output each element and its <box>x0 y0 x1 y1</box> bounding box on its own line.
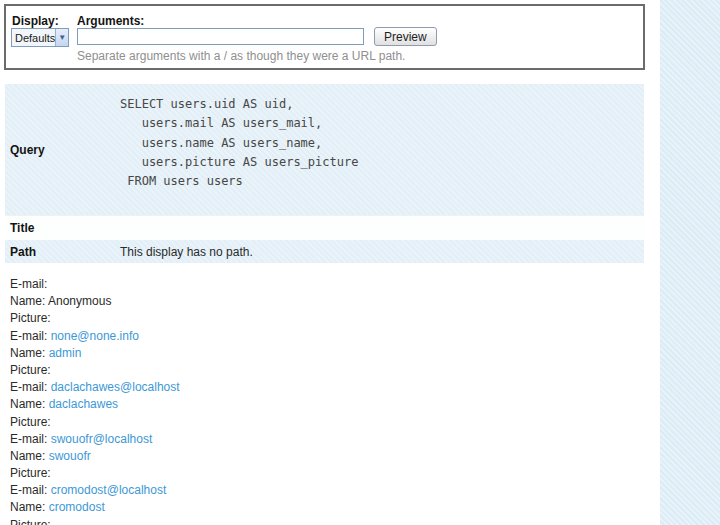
title-row-label: Title <box>5 216 120 240</box>
name-field-label: Name: <box>10 346 49 360</box>
email-value-link[interactable]: cromodost@localhost <box>51 483 167 497</box>
chevron-down-icon: ▼ <box>55 29 68 46</box>
name-value: Anonymous <box>48 294 111 308</box>
picture-field-label: Picture: <box>10 415 51 429</box>
arguments-label: Arguments: <box>77 14 144 28</box>
query-row: Query SELECT users.uid AS uid, users.mai… <box>5 84 644 215</box>
path-row: Path This display has no path. <box>5 240 644 263</box>
picture-field-label: Picture: <box>10 311 51 325</box>
field-name: Name: Anonymous <box>10 293 650 310</box>
field-name: Name: daclachawes <box>10 396 650 413</box>
views-row: E-mail: Name: AnonymousPicture: <box>10 276 650 328</box>
views-row: E-mail: daclachawes@localhostName: dacla… <box>10 379 650 431</box>
arguments-input[interactable] <box>77 28 364 45</box>
views-row: E-mail: cromodost@localhostName: cromodo… <box>10 482 650 525</box>
views-row: E-mail: swouofr@localhostName: swouofrPi… <box>10 431 650 483</box>
display-select-value: Defaults <box>12 32 55 44</box>
field-email: E-mail: cromodost@localhost <box>10 482 650 499</box>
picture-field-label: Picture: <box>10 466 51 480</box>
name-value-link[interactable]: swouofr <box>49 449 91 463</box>
field-picture: Picture: <box>10 310 650 327</box>
title-row-content <box>120 216 644 240</box>
field-picture: Picture: <box>10 465 650 482</box>
field-name: Name: swouofr <box>10 448 650 465</box>
display-label: Display: <box>12 14 59 28</box>
display-select[interactable]: Defaults ▼ <box>11 28 69 47</box>
query-sql-text: SELECT users.uid AS uid, users.mail AS u… <box>120 84 644 191</box>
field-picture: Picture: <box>10 362 650 379</box>
title-row: Title <box>5 215 644 240</box>
views-row: E-mail: none@none.infoName: adminPicture… <box>10 328 650 380</box>
field-email: E-mail: swouofr@localhost <box>10 431 650 448</box>
name-value-link[interactable]: admin <box>49 346 82 360</box>
field-picture: Picture: <box>10 517 650 525</box>
path-row-label: Path <box>5 240 120 263</box>
name-field-label: Name: <box>10 500 49 514</box>
path-row-content: This display has no path. <box>120 240 644 263</box>
picture-field-label: Picture: <box>10 518 51 525</box>
field-picture: Picture: <box>10 414 650 431</box>
arguments-help-text: Separate arguments with a / as though th… <box>77 49 405 63</box>
email-field-label: E-mail: <box>10 380 51 394</box>
field-name: Name: cromodost <box>10 499 650 516</box>
name-value-link[interactable]: cromodost <box>49 500 105 514</box>
preview-button[interactable]: Preview <box>374 27 437 46</box>
page-background-texture <box>660 0 720 525</box>
field-name: Name: admin <box>10 345 650 362</box>
field-email: E-mail: <box>10 276 650 293</box>
email-value-link[interactable]: none@none.info <box>51 329 139 343</box>
email-field-label: E-mail: <box>10 483 51 497</box>
picture-field-label: Picture: <box>10 363 51 377</box>
email-value-link[interactable]: daclachawes@localhost <box>51 380 180 394</box>
view-summary-table: Query SELECT users.uid AS uid, users.mai… <box>5 84 644 263</box>
email-field-label: E-mail: <box>10 329 51 343</box>
field-email: E-mail: daclachawes@localhost <box>10 379 650 396</box>
name-field-label: Name: <box>10 294 48 308</box>
email-field-label: E-mail: <box>10 277 47 291</box>
name-field-label: Name: <box>10 397 49 411</box>
email-value-link[interactable]: swouofr@localhost <box>51 432 153 446</box>
field-email: E-mail: none@none.info <box>10 328 650 345</box>
preview-results-list: E-mail: Name: AnonymousPicture: E-mail: … <box>10 276 650 525</box>
email-field-label: E-mail: <box>10 432 51 446</box>
name-field-label: Name: <box>10 449 49 463</box>
name-value-link[interactable]: daclachawes <box>49 397 118 411</box>
live-preview-panel: Display: Defaults ▼ Arguments: Preview S… <box>4 4 645 70</box>
query-row-label: Query <box>5 84 120 215</box>
